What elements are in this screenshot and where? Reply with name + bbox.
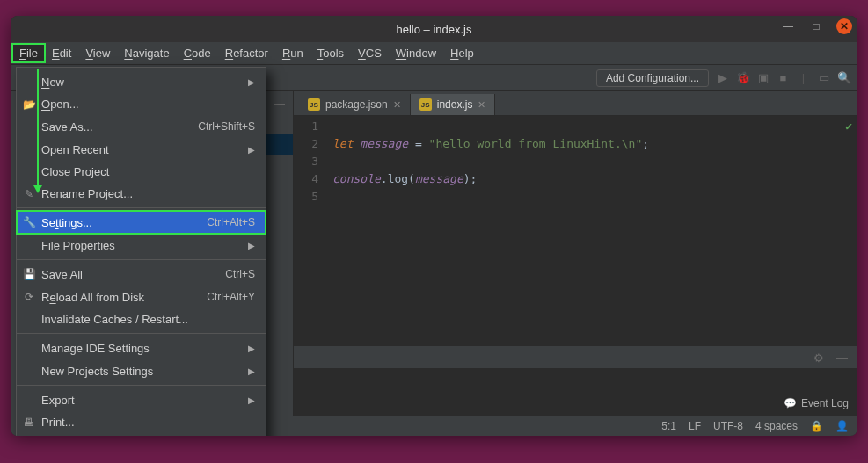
indent[interactable]: 4 spaces xyxy=(755,420,798,432)
toolbar-right: Add Configuration... ▶ 🐞 ▣ ■ | ▭ 🔍 xyxy=(596,69,850,87)
collapse-icon[interactable]: — xyxy=(273,97,286,110)
file-menu-dropdown: New ▶📂Open...Save As...Ctrl+Shift+SOpen … xyxy=(16,67,266,436)
encoding[interactable]: UTF-8 xyxy=(713,420,743,432)
menu-refactor[interactable]: Refactor xyxy=(218,44,275,62)
minimize-button[interactable]: — xyxy=(780,20,796,33)
menu-item-new[interactable]: New ▶ xyxy=(17,70,266,93)
maximize-button[interactable]: □ xyxy=(808,20,824,33)
menu-item-manage-ide-settings[interactable]: Manage IDE Settings ▶ xyxy=(17,336,266,359)
menu-item-open-recent[interactable]: Open Recent ▶ xyxy=(17,138,266,161)
menu-item-print[interactable]: 🖶Print... xyxy=(17,411,266,433)
menu-item-settings[interactable]: 🔧Settings...Ctrl+Alt+S xyxy=(17,211,266,234)
menu-item-reload-all-from-disk[interactable]: ⟳Reload All from DiskCtrl+Alt+Y xyxy=(17,286,266,308)
wrench-icon: 🔧 xyxy=(23,214,35,231)
close-tab-icon[interactable]: ✕ xyxy=(478,99,485,111)
code-editor[interactable]: 12345 let message = "hello world from Li… xyxy=(294,116,857,346)
keyword: let xyxy=(332,137,360,150)
menu-window[interactable]: Window xyxy=(389,44,443,62)
print-icon: 🖶 xyxy=(23,415,35,431)
open-icon: 📂 xyxy=(23,97,35,113)
tab-package-json[interactable]: JSpackage.json✕ xyxy=(299,94,411,115)
annotation-arrow xyxy=(37,69,39,192)
menu-item-invalidate-caches-restart[interactable]: Invalidate Caches / Restart... xyxy=(17,308,266,330)
identifier: message xyxy=(360,137,408,150)
coverage-icon[interactable]: ▣ xyxy=(756,71,770,84)
search-icon[interactable]: 🔍 xyxy=(837,71,850,84)
window-controls: — □ ✕ xyxy=(780,18,852,34)
menu-edit[interactable]: Edit xyxy=(45,44,78,62)
cursor-position[interactable]: 5:1 xyxy=(661,420,676,432)
titlebar: hello – index.js — □ ✕ xyxy=(11,16,857,42)
add-configuration-button[interactable]: Add Configuration... xyxy=(596,69,709,87)
close-tab-icon[interactable]: ✕ xyxy=(393,99,401,111)
ide-window: hello – index.js — □ ✕ FileEditViewNavig… xyxy=(11,16,857,436)
menu-help[interactable]: Help xyxy=(443,44,481,62)
menu-item-new-projects-settings[interactable]: New Projects Settings ▶ xyxy=(17,359,266,382)
run-icon[interactable]: ▶ xyxy=(716,71,729,84)
inspector-icon[interactable]: 👤 xyxy=(835,420,849,432)
gear-icon[interactable]: ⚙ xyxy=(812,351,825,365)
hide-icon[interactable]: — xyxy=(835,351,849,365)
event-log-button[interactable]: 💬 Event Log xyxy=(784,397,849,409)
stop-icon[interactable]: ■ xyxy=(777,71,790,84)
tool-window-header: ⚙ — xyxy=(294,347,857,368)
menu-tools[interactable]: Tools xyxy=(310,44,351,62)
reload-icon: ⟳ xyxy=(23,289,35,306)
tab-index-js[interactable]: JSindex.js✕ xyxy=(411,94,496,115)
editor-tabs: JSpackage.json✕JSindex.js✕ xyxy=(294,91,857,116)
editor-panel: JSpackage.json✕JSindex.js✕ 12345 let mes… xyxy=(294,91,857,416)
code-text[interactable]: let message = "hello world from LinuxHin… xyxy=(325,116,857,346)
menu-run[interactable]: Run xyxy=(275,44,310,62)
separator-icon: | xyxy=(797,71,810,84)
console-icon[interactable]: ▭ xyxy=(817,71,830,84)
menu-item-export[interactable]: Export ▶ xyxy=(17,388,266,411)
string: "hello world from LinuxHint.\n" xyxy=(429,137,643,150)
check-icon: ✔ xyxy=(845,118,852,135)
menu-item-file-properties[interactable]: File Properties ▶ xyxy=(17,234,266,257)
close-button[interactable]: ✕ xyxy=(836,18,852,34)
debug-icon[interactable]: 🐞 xyxy=(736,71,749,84)
tool-window: ⚙ — xyxy=(294,346,857,416)
menu-item-save-all[interactable]: 💾Save AllCtrl+S xyxy=(17,263,266,286)
balloon-icon: 💬 xyxy=(784,397,797,409)
js-icon: JS xyxy=(308,98,320,111)
menu-navigate[interactable]: Navigate xyxy=(117,44,176,62)
js-icon: JS xyxy=(419,98,432,111)
lock-icon[interactable]: 🔒 xyxy=(810,420,823,432)
line-ending[interactable]: LF xyxy=(689,420,701,432)
menu-item-rename-project[interactable]: ✎Rename Project... xyxy=(17,183,266,205)
save-icon: 💾 xyxy=(23,266,35,283)
menubar: FileEditViewNavigateCodeRefactorRunTools… xyxy=(11,42,857,65)
menu-view[interactable]: View xyxy=(78,44,117,62)
menu-code[interactable]: Code xyxy=(177,44,218,62)
line-gutter: 12345 xyxy=(294,116,325,346)
menu-item-open[interactable]: 📂Open... xyxy=(17,93,266,115)
window-title: hello – index.js xyxy=(397,23,472,36)
menu-file[interactable]: File xyxy=(12,44,45,62)
menu-vcs[interactable]: VCS xyxy=(351,44,389,62)
menu-item-save-as[interactable]: Save As...Ctrl+Shift+S xyxy=(17,115,266,138)
menu-item-close-project[interactable]: Close Project xyxy=(17,161,266,183)
